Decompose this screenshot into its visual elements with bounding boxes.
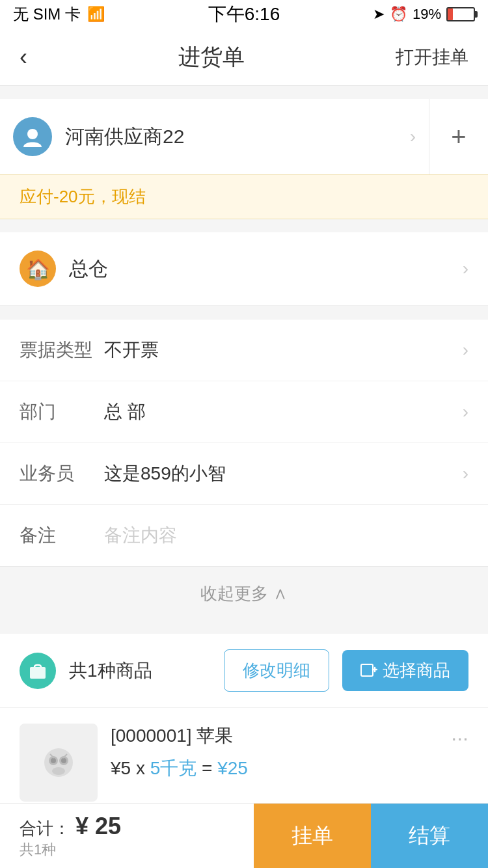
department-row[interactable]: 部门 总 部 › — [0, 381, 488, 442]
add-supplier-button[interactable]: + — [429, 99, 488, 174]
products-icon — [20, 653, 56, 689]
supplier-name: 河南供应商22 — [65, 124, 410, 150]
product-more-button[interactable]: ··· — [451, 724, 468, 750]
product-code: [0000001] — [111, 726, 197, 746]
svg-point-8 — [52, 767, 65, 775]
salesperson-chevron-icon: › — [463, 463, 468, 484]
products-header: 共1种商品 修改明细 选择商品 — [0, 634, 488, 707]
wifi-icon: 📶 — [87, 6, 105, 23]
supplier-section: 河南供应商22 › + — [0, 99, 488, 174]
carrier-label: 无 SIM 卡 — [13, 4, 81, 25]
salesperson-row[interactable]: 业务员 这是859的小智 › — [0, 442, 488, 504]
status-right: ➤ ⏰ 19% — [373, 6, 475, 23]
bottom-bar: 合计： ¥ 25 共1种 挂单 结算 — [0, 803, 488, 868]
divider-4 — [0, 621, 488, 634]
products-count: 共1种商品 — [69, 658, 211, 683]
status-time: 下午6:16 — [208, 2, 280, 27]
pending-button[interactable]: 挂单 — [254, 804, 371, 868]
department-chevron-icon: › — [463, 401, 468, 422]
salesperson-label: 业务员 — [20, 461, 104, 486]
total-label: 合计： — [20, 817, 70, 840]
product-thumbnail — [20, 724, 98, 802]
form-section: 票据类型 不开票 › 部门 总 部 › 业务员 这是859的小智 › 备注 备注… — [0, 319, 488, 566]
supplier-notice: 应付-20元，现结 — [0, 174, 488, 219]
svg-point-0 — [27, 129, 38, 139]
total-sub: 共1种 — [20, 840, 234, 860]
status-bar: 无 SIM 卡 📶 下午6:16 ➤ ⏰ 19% — [0, 0, 488, 29]
back-button[interactable]: ‹ — [20, 44, 27, 71]
svg-rect-2 — [361, 664, 373, 676]
page-title: 进货单 — [178, 42, 245, 72]
collapse-bar[interactable]: 收起更多 ∧ — [0, 566, 488, 621]
product-price: ¥5 x 5千克 = ¥25 — [111, 756, 438, 781]
product-info: [0000001] 苹果 ¥5 x 5千克 = ¥25 — [111, 724, 438, 781]
collapse-label: 收起更多 ∧ — [200, 582, 287, 605]
warehouse-name: 总仓 — [69, 256, 463, 282]
supplier-chevron-icon: › — [410, 126, 416, 147]
svg-point-7 — [61, 758, 66, 763]
product-qty: 5千克 — [150, 758, 197, 778]
remark-label: 备注 — [20, 523, 104, 548]
product-item: [0000001] 苹果 ¥5 x 5千克 = ¥25 ··· — [0, 707, 488, 817]
product-total: ¥25 — [217, 758, 248, 778]
warehouse-chevron-icon: › — [463, 258, 468, 279]
alarm-icon: ⏰ — [390, 6, 407, 23]
supplier-selector[interactable]: 河南供应商22 › — [0, 99, 429, 174]
divider-3 — [0, 306, 488, 319]
svg-point-6 — [51, 758, 56, 763]
svg-rect-1 — [30, 667, 46, 679]
total-amount: ¥ 25 — [75, 813, 121, 840]
salesperson-value: 这是859的小智 — [104, 461, 463, 486]
select-product-label: 选择商品 — [383, 659, 450, 682]
total-line: 合计： ¥ 25 — [20, 813, 234, 840]
invoice-type-row[interactable]: 票据类型 不开票 › — [0, 319, 488, 381]
supplier-avatar — [13, 117, 52, 156]
department-label: 部门 — [20, 400, 104, 424]
edit-detail-button[interactable]: 修改明细 — [224, 649, 329, 692]
unit-price: ¥5 x — [111, 758, 150, 778]
status-left: 无 SIM 卡 📶 — [13, 4, 105, 25]
select-product-button[interactable]: 选择商品 — [342, 650, 468, 691]
battery-icon — [446, 7, 475, 21]
department-value: 总 部 — [104, 400, 463, 424]
total-section: 合计： ¥ 25 共1种 — [0, 804, 254, 868]
nav-bar: ‹ 进货单 打开挂单 — [0, 29, 488, 86]
remark-row[interactable]: 备注 备注内容 — [0, 504, 488, 566]
warehouse-icon: 🏠 — [20, 251, 56, 287]
invoice-type-label: 票据类型 — [20, 338, 104, 362]
invoice-type-chevron-icon: › — [463, 340, 468, 360]
divider-2 — [0, 219, 488, 232]
location-icon: ➤ — [373, 6, 385, 23]
open-pending-button[interactable]: 打开挂单 — [396, 45, 468, 70]
battery-label: 19% — [413, 6, 441, 23]
product-title: 苹果 — [197, 726, 233, 746]
checkout-button[interactable]: 结算 — [371, 804, 488, 868]
warehouse-row[interactable]: 🏠 总仓 › — [0, 232, 488, 306]
remark-input[interactable]: 备注内容 — [104, 523, 468, 548]
divider-1 — [0, 86, 488, 99]
invoice-type-value: 不开票 — [104, 338, 463, 362]
product-name: [0000001] 苹果 — [111, 724, 438, 748]
price-equals: = — [202, 758, 217, 778]
